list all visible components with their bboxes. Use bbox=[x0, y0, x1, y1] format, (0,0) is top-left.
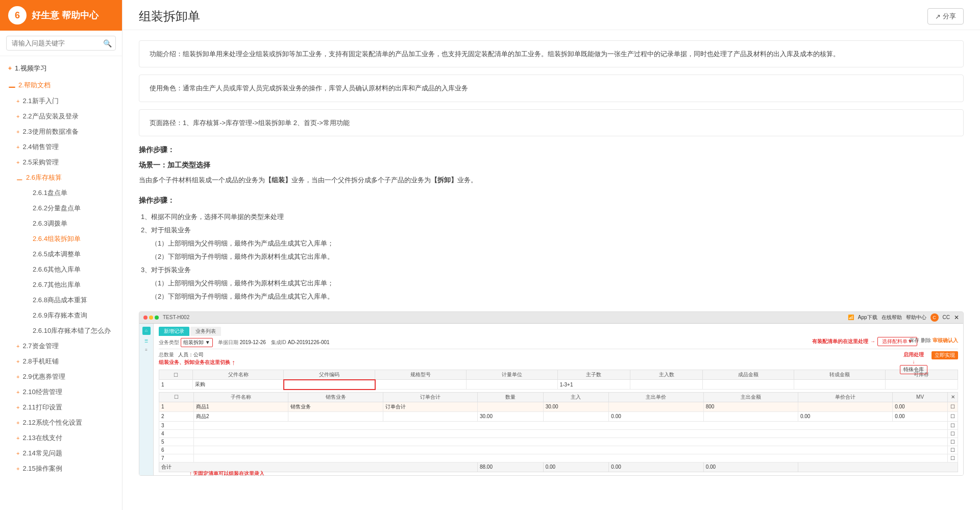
confirm-warehouse-btn[interactable]: 立即实现 bbox=[932, 351, 958, 359]
delete-btn[interactable]: 删除 bbox=[921, 337, 931, 344]
th-qty-sub: 数量 bbox=[477, 392, 543, 402]
id-value: AD-20191226-001 bbox=[288, 339, 330, 345]
td-action[interactable]: ☐ bbox=[948, 454, 958, 462]
tab-new-record[interactable]: 新增记录 bbox=[159, 327, 189, 336]
warehouse-field[interactable]: 特殊仓库 bbox=[900, 365, 927, 374]
main-content: 组装拆卸单 ↗ 分享 功能介绍：组装拆卸单用来处理企业组装或拆卸等加工业务，支持… bbox=[122, 0, 980, 510]
table-row: 7 ☐ bbox=[159, 454, 958, 462]
annotation-1: 有装配清单的在这里处理 → 选择配料单▼ bbox=[812, 337, 917, 346]
intro-block-2: 使用角色：通常由生产人员或库管人员完成拆装业务的操作，库管人员确认原材料的出库和… bbox=[139, 75, 964, 102]
td-total-in: 0.00 bbox=[543, 462, 609, 472]
sidebar-item-label: 2.2产品安装及登录 bbox=[22, 112, 78, 121]
sidebar-item-newbie[interactable]: + 2.1新手入门 bbox=[8, 93, 122, 109]
content-area: 功能介绍：组装拆卸单用来处理企业组装或拆卸等加工业务，支持有固定装配清单的产品加… bbox=[122, 30, 980, 496]
search-input[interactable] bbox=[6, 36, 116, 51]
sidebar-item-cost-recalc[interactable]: 2.6.8商品成本重算 bbox=[16, 293, 122, 308]
window-title: TEST-H002 bbox=[163, 314, 189, 320]
td-action[interactable]: ☐ bbox=[948, 438, 958, 446]
save-btn[interactable]: 保存 bbox=[909, 337, 919, 344]
customer-service: 在线帮助 bbox=[881, 314, 902, 321]
td-action[interactable]: ☐ bbox=[948, 411, 958, 421]
table-row: 3 ☐ bbox=[159, 421, 958, 429]
sidebar-item-cost-adjust[interactable]: 2.6.5成本调整单 bbox=[16, 247, 122, 262]
td-total-misc bbox=[798, 462, 958, 472]
td-action[interactable]: ☐ bbox=[948, 402, 958, 411]
intro-text-3: 页面路径：1、库存核算->库存管理->组装拆卸单 2、首页->常用功能 bbox=[150, 119, 350, 127]
step-3-1: （1）上部明细为父件明细，最终作为原材料生成其它出库单； bbox=[141, 277, 964, 290]
sidebar-item-stocktake[interactable]: 2.6.1盘点单 bbox=[16, 185, 122, 201]
step-3: 3、对于拆装业务 bbox=[141, 263, 964, 277]
menu-icon[interactable]: ☰ bbox=[144, 339, 148, 344]
th-parent-name: 父件名称 bbox=[192, 370, 284, 380]
close-icon[interactable]: ✕ bbox=[954, 314, 959, 321]
td-total bbox=[798, 402, 892, 411]
table-row: 5 ☐ bbox=[159, 438, 958, 446]
sidebar-item-other-in[interactable]: 2.6.6其他入库单 bbox=[16, 262, 122, 277]
sidebar-item-sales[interactable]: + 2.4销售管理 bbox=[8, 139, 122, 155]
share-button[interactable]: ↗ 分享 bbox=[927, 8, 964, 25]
td-biz: 销售业务 bbox=[288, 402, 383, 411]
sidebar-item-video-learning[interactable]: + 1.视频学习 bbox=[0, 60, 122, 77]
sidebar-item-settings[interactable]: + 2.12系统个性化设置 bbox=[8, 415, 122, 430]
th-child-biz: 销售业务 bbox=[288, 392, 383, 402]
qty-label: 总数量 bbox=[159, 351, 174, 358]
tab-list[interactable]: 业务列表 bbox=[190, 327, 221, 336]
td-action[interactable]: ☐ bbox=[948, 446, 958, 454]
sidebar-item-coupon[interactable]: + 2.9优惠券管理 bbox=[8, 369, 122, 384]
intro-text-2: 使用角色：通常由生产人员或库管人员完成拆装业务的操作，库管人员确认原材料的出库和… bbox=[150, 84, 468, 92]
td-empty bbox=[194, 421, 948, 429]
sidebar-item-install[interactable]: + 2.2产品安装及登录 bbox=[8, 109, 122, 124]
business-type-value[interactable]: 组装拆卸 ▼ bbox=[181, 338, 213, 347]
plus-icon: + bbox=[16, 389, 19, 395]
sidebar-item-data-prep[interactable]: + 2.3使用前数据准备 bbox=[8, 124, 122, 139]
scene1-desc: 当由多个子件材料组装成一个成品的业务为【组装】业务，当由一个父件拆分成多个子产品… bbox=[139, 174, 964, 187]
sidebar-item-label: 2.9优惠券管理 bbox=[22, 372, 65, 381]
id-label: 集成ID bbox=[271, 339, 286, 346]
sidebar-item-faq[interactable]: + 2.14常见问题 bbox=[8, 446, 122, 461]
search-box[interactable]: 🔍 bbox=[0, 31, 122, 56]
sidebar-item-label: 2.4销售管理 bbox=[22, 142, 58, 152]
parent-table-body: 1 采购 1-3+1 bbox=[159, 380, 958, 390]
child-table-body: 1 商品1 销售业务 订单合计 30.00 800 0.00 bbox=[159, 402, 958, 462]
user-avatar: C bbox=[930, 313, 939, 322]
sidebar-item-stock-ledger[interactable]: 2.6.9库存账本查询 bbox=[16, 308, 122, 323]
sidebar-item-assembly[interactable]: 2.6.4组装拆卸单 bbox=[16, 231, 122, 247]
sidebar-item-purchase[interactable]: + 2.5采购管理 bbox=[8, 155, 122, 170]
td-mv: 0.00 bbox=[893, 411, 948, 421]
confirm-btn[interactable]: 审核确认入 bbox=[933, 337, 958, 344]
sidebar-item-label: 2.13在线支付 bbox=[22, 433, 62, 443]
sidebar-item-transfer[interactable]: 2.6.3调拨单 bbox=[16, 216, 122, 231]
sidebar-item-stock-ledger-fix[interactable]: 2.6.10库存账本错了怎么办 bbox=[16, 323, 122, 338]
sidebar-item-mobile[interactable]: + 2.8手机旺铺 bbox=[8, 354, 122, 369]
help-link: App下载 bbox=[858, 314, 877, 321]
home-icon[interactable]: ⌂ bbox=[142, 327, 151, 335]
td-empty bbox=[194, 454, 948, 462]
list-icon[interactable]: ≡ bbox=[145, 348, 148, 352]
th-spec: 规格型号 bbox=[375, 370, 467, 380]
sidebar-item-print[interactable]: + 2.11打印设置 bbox=[8, 400, 122, 415]
td-action[interactable]: ☐ bbox=[948, 429, 958, 438]
th-qty1: 主子数 bbox=[557, 370, 630, 380]
td-action[interactable]: ☐ bbox=[948, 421, 958, 429]
td-purchase: 采购 bbox=[192, 380, 284, 390]
sidebar-item-other-out[interactable]: 2.6.7其他出库单 bbox=[16, 277, 122, 293]
table-header-row: ☐ 父件名称 父件编码 规格型号 计量单位 主子数 主入数 成品金额 转成金额 bbox=[159, 370, 958, 380]
sidebar-item-finance[interactable]: + 2.7资金管理 bbox=[8, 338, 122, 354]
annotation-3-text: 启用处理 bbox=[903, 351, 924, 358]
table-row: 2 商品2 30.00 0.00 0.00 0.00 bbox=[159, 411, 958, 421]
td-num: 3 bbox=[159, 421, 194, 429]
sidebar-item-label: 2.14常见问题 bbox=[22, 449, 62, 458]
footer-row: 合计 88.00 0.00 0.00 0.00 bbox=[159, 462, 958, 472]
sidebar-item-partial-stocktake[interactable]: 2.6.2分量盘点单 bbox=[16, 201, 122, 216]
td-qty2 bbox=[630, 380, 702, 390]
page-title: 组装拆卸单 bbox=[139, 8, 200, 25]
td-qty bbox=[477, 402, 543, 411]
td-spec bbox=[375, 380, 467, 390]
sidebar-item-cases[interactable]: + 2.15操作案例 bbox=[8, 461, 122, 476]
sidebar-item-ops[interactable]: + 2.10经营管理 bbox=[8, 384, 122, 400]
sidebar-item-online-pay[interactable]: + 2.13在线支付 bbox=[8, 430, 122, 446]
sidebar-item-inventory[interactable]: ⚊ 2.6库存核算 bbox=[8, 170, 122, 185]
th-mv: MV bbox=[893, 392, 948, 402]
sidebar-item-help-docs[interactable]: ⚊ 2.帮助文档 bbox=[0, 77, 122, 93]
sidebar-item-label: 2.12系统个性化设置 bbox=[22, 418, 82, 427]
